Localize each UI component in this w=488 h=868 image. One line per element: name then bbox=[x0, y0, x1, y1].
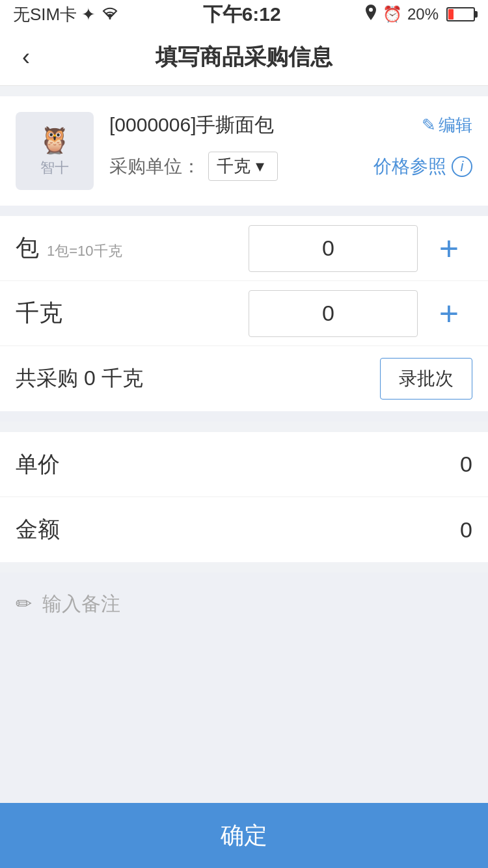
product-thumb-label: 智十 bbox=[40, 158, 69, 178]
status-bar: 无SIM卡 ✦ 下午6:12 ⏰ 20% bbox=[0, 0, 488, 29]
bag-label-sub: 1包=10千克 bbox=[47, 241, 122, 261]
confirm-button-label: 确定 bbox=[221, 820, 267, 852]
edit-label: 编辑 bbox=[439, 114, 472, 137]
unit-label: 采购单位： 千克 ▾ bbox=[109, 152, 278, 181]
summary-text: 共采购 0 千克 bbox=[16, 364, 143, 393]
svg-point-0 bbox=[109, 18, 111, 20]
unit-price-row: 单价 0 bbox=[0, 432, 488, 497]
batch-button[interactable]: 录批次 bbox=[380, 358, 472, 400]
sim-status: 无SIM卡 ✦ bbox=[13, 3, 96, 26]
status-left: 无SIM卡 ✦ bbox=[13, 3, 119, 26]
product-info: [0000006]手撕面包 ✎ 编辑 采购单位： 千克 ▾ 价格参照 i bbox=[109, 112, 472, 181]
product-name: [0000006]手撕面包 bbox=[109, 112, 274, 139]
kg-label-main: 千克 bbox=[16, 297, 62, 329]
price-ref-label: 价格参照 bbox=[373, 154, 446, 179]
amount-value: 0 bbox=[460, 517, 472, 543]
unit-select[interactable]: 千克 ▾ bbox=[208, 152, 278, 181]
kg-plus-button[interactable]: + bbox=[426, 290, 472, 337]
bag-input-control: + bbox=[133, 225, 472, 272]
kg-label: 千克 bbox=[16, 297, 133, 329]
status-time: 下午6:12 bbox=[203, 1, 281, 28]
edit-icon: ✎ bbox=[422, 115, 436, 135]
unit-price-value: 0 bbox=[460, 452, 472, 477]
price-ref-button[interactable]: 价格参照 i bbox=[373, 154, 472, 179]
notes-placeholder: 输入备注 bbox=[42, 591, 120, 617]
unit-label-text: 采购单位： bbox=[109, 154, 200, 179]
amount-row: 金额 0 bbox=[0, 497, 488, 562]
battery-percent: 20% bbox=[407, 5, 439, 23]
product-thumb-icon: 🦉 bbox=[38, 125, 71, 156]
edit-link[interactable]: ✎ 编辑 bbox=[422, 114, 472, 137]
bag-plus-button[interactable]: + bbox=[426, 225, 472, 272]
page-title: 填写商品采购信息 bbox=[156, 42, 332, 72]
bag-label: 包 1包=10千克 bbox=[16, 232, 133, 264]
notes-section[interactable]: ✏ 输入备注 bbox=[0, 573, 488, 833]
location-icon bbox=[364, 5, 377, 24]
unit-price-label: 单价 bbox=[16, 450, 60, 480]
wifi-icon bbox=[101, 5, 119, 25]
nav-bar: ‹ 填写商品采购信息 bbox=[0, 29, 488, 86]
back-button[interactable]: ‹ bbox=[16, 37, 36, 77]
divider-2 bbox=[0, 411, 488, 422]
product-name-row: [0000006]手撕面包 ✎ 编辑 bbox=[109, 112, 472, 139]
divider-1 bbox=[0, 206, 488, 216]
amount-label: 金额 bbox=[16, 515, 60, 545]
price-section: 单价 0 金额 0 bbox=[0, 432, 488, 562]
input-section: 包 1包=10千克 + 千克 + bbox=[0, 216, 488, 346]
kg-quantity-input[interactable] bbox=[249, 290, 418, 337]
product-meta-row: 采购单位： 千克 ▾ 价格参照 i bbox=[109, 152, 472, 181]
product-card: 🦉 智十 [0000006]手撕面包 ✎ 编辑 采购单位： 千克 ▾ 价格参照 … bbox=[0, 96, 488, 206]
alarm-icon: ⏰ bbox=[383, 5, 402, 23]
bag-label-main: 包 bbox=[16, 232, 39, 264]
price-ref-info-icon: i bbox=[452, 156, 472, 177]
unit-value: 千克 bbox=[217, 155, 251, 178]
dropdown-arrow-icon: ▾ bbox=[256, 156, 264, 176]
product-thumbnail: 🦉 智十 bbox=[16, 112, 94, 190]
battery-icon bbox=[446, 7, 475, 21]
kg-input-row: 千克 + bbox=[0, 281, 488, 346]
bag-quantity-input[interactable] bbox=[249, 225, 418, 272]
summary-row: 共采购 0 千克 录批次 bbox=[0, 346, 488, 411]
pencil-icon: ✏ bbox=[16, 592, 32, 615]
bag-input-row: 包 1包=10千克 + bbox=[0, 216, 488, 281]
status-right: ⏰ 20% bbox=[364, 5, 475, 24]
confirm-button[interactable]: 确定 bbox=[0, 803, 488, 868]
kg-input-control: + bbox=[133, 290, 472, 337]
